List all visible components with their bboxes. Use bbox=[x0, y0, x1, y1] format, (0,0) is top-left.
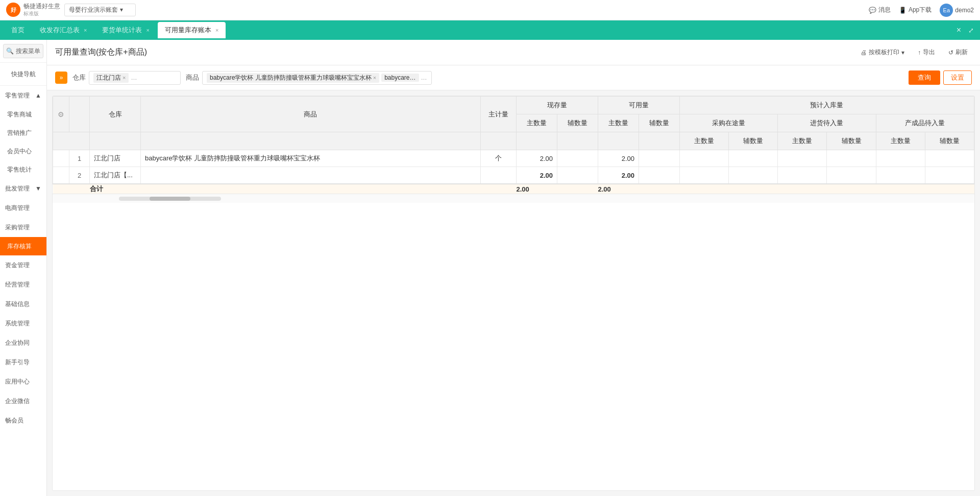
sidebar-section-header-wechat[interactable]: 企业微信 bbox=[0, 391, 46, 411]
col-pur-main-sub: 主数量 bbox=[679, 132, 728, 150]
top-bar-right: 💬 消息 📱 App下载 Ea demo2 bbox=[869, 4, 974, 17]
sidebar-section-header-system[interactable]: 系统管理 bbox=[0, 314, 46, 333]
logo-text: 畅捷通好生意 bbox=[23, 3, 60, 10]
col-goods-aux-sub: 辅数量 bbox=[827, 132, 876, 150]
avatar: Ea bbox=[940, 4, 953, 17]
product-tag-1: babycare学饮杯 儿童防摔防撞吸管杯重力球吸嘴杯宝宝水杯 × bbox=[207, 73, 379, 83]
maximize-btn[interactable]: ⤢ bbox=[966, 26, 976, 35]
summary-rest bbox=[639, 184, 974, 194]
tab-home[interactable]: 首页 bbox=[4, 22, 32, 38]
industry-selector[interactable]: 母婴行业演示账套 ▾ bbox=[64, 4, 136, 16]
empty-av-aux-sub bbox=[639, 132, 679, 150]
col-current-main-header: 主数量 bbox=[516, 114, 557, 132]
row1-cur-aux bbox=[557, 150, 598, 167]
sidebar-section-header-enterprise[interactable]: 企业协同 bbox=[0, 333, 46, 352]
sidebar: 🔍 搜索菜单 快捷导航 零售管理 ▲ 零售商城 营销推广 会员中心 bbox=[0, 40, 47, 496]
sidebar-item-retail-mall[interactable]: 零售商城 bbox=[0, 105, 46, 124]
sidebar-section-header-apps[interactable]: 应用中心 bbox=[0, 372, 46, 391]
sidebar-item-retail-stats[interactable]: 零售统计 bbox=[0, 160, 46, 179]
row1-av-main: 2.00 bbox=[598, 150, 639, 167]
top-bar-left: 好 畅捷通好生意 标准版 母婴行业演示账套 ▾ bbox=[6, 3, 136, 17]
summary-row: 合计 2.00 2.00 bbox=[53, 184, 974, 194]
warehouse-more[interactable]: … bbox=[131, 74, 137, 81]
col-purchase-transit-header: 采购在途量 bbox=[679, 114, 777, 132]
col-mainunit-header: 主计量 bbox=[480, 97, 516, 132]
sidebar-section-header-purchase[interactable]: 采购管理 bbox=[0, 218, 46, 237]
row2-av-main: 2.00 bbox=[598, 167, 639, 184]
chevron-down-icon: ▾ bbox=[901, 49, 904, 56]
tab-receivables-summary[interactable]: 收发存汇总表 × bbox=[33, 22, 94, 38]
row2-prod-aux bbox=[925, 167, 974, 184]
filter-actions: 查询 设置 bbox=[909, 70, 972, 85]
warehouse-label: 仓库 bbox=[72, 73, 86, 82]
sidebar-section-header-zero-retail[interactable]: 零售管理 ▲ bbox=[0, 86, 46, 105]
col-avail-main-header: 主数量 bbox=[598, 114, 639, 132]
app-download-btn[interactable]: 📱 App下载 bbox=[899, 6, 932, 14]
sidebar-item-marketing[interactable]: 营销推广 bbox=[0, 124, 46, 142]
print-btn[interactable]: 🖨 按模板打印 ▾ bbox=[856, 46, 909, 59]
sidebar-section-purchase: 采购管理 bbox=[0, 218, 46, 237]
sidebar-section-enterprise: 企业协同 bbox=[0, 333, 46, 352]
warehouse-tag-close[interactable]: × bbox=[122, 75, 126, 81]
tab-close-1[interactable]: × bbox=[146, 27, 149, 33]
sidebar-section-wholesale: 批发管理 ▼ bbox=[0, 179, 46, 198]
sidebar-section-operation: 经营管理 bbox=[0, 275, 46, 294]
row1-prod-main bbox=[876, 150, 925, 167]
sidebar-section-header-finance[interactable]: 资金管理 bbox=[0, 255, 46, 275]
gear-icon[interactable]: ⚙ bbox=[58, 110, 64, 119]
sidebar-item-members[interactable]: 会员中心 bbox=[0, 142, 46, 160]
col-rownum-header bbox=[69, 97, 90, 132]
horizontal-scrollbar-track[interactable] bbox=[119, 197, 221, 201]
summary-cur-main: 2.00 bbox=[516, 184, 557, 194]
product-tag-1-close[interactable]: × bbox=[373, 75, 376, 81]
sidebar-item-quick-nav[interactable]: 快捷导航 bbox=[0, 65, 46, 83]
filter-expand-btn[interactable]: » bbox=[55, 72, 67, 84]
sidebar-item-inventory[interactable]: 库存核算 bbox=[0, 237, 46, 255]
product-input[interactable]: babycare学饮杯 儿童防摔防撞吸管杯重力球吸嘴杯宝宝水杯 × babyca… bbox=[202, 71, 432, 85]
product-more[interactable]: … bbox=[421, 74, 427, 81]
search-menu-btn[interactable]: 🔍 搜索菜单 bbox=[3, 44, 43, 58]
row2-prod-main bbox=[876, 167, 925, 184]
tab-order-stats[interactable]: 要货单统计表 × bbox=[95, 22, 156, 38]
row1-product: babycare学饮杯 儿童防摔防撞吸管杯重力球吸嘴杯宝宝水杯 bbox=[141, 150, 481, 167]
refresh-btn[interactable]: ↺ 刷新 bbox=[944, 46, 972, 59]
row1-goods-aux bbox=[827, 150, 876, 167]
settings-button[interactable]: 设置 bbox=[943, 70, 972, 85]
sidebar-section-header-ecommerce[interactable]: 电商管理 bbox=[0, 198, 46, 218]
app-icon: 📱 bbox=[899, 7, 906, 14]
horizontal-scrollbar-thumb[interactable] bbox=[150, 197, 190, 201]
export-icon: ↑ bbox=[918, 49, 921, 56]
sidebar-section-header-basic[interactable]: 基础信息 bbox=[0, 294, 46, 314]
export-btn[interactable]: ↑ 导出 bbox=[914, 46, 939, 59]
row1-warehouse: 江北门店 bbox=[90, 150, 141, 167]
chevron-down-icon: ▼ bbox=[35, 185, 41, 192]
row2-warehouse: 江北门店【... bbox=[90, 167, 141, 184]
warehouse-input[interactable]: 江北门店 × … bbox=[89, 71, 181, 85]
print-icon: 🖨 bbox=[861, 49, 867, 56]
logo-icon: 好 bbox=[6, 3, 20, 17]
product-label: 商品 bbox=[186, 73, 199, 82]
row1-pur-main bbox=[679, 150, 728, 167]
row2-av-aux bbox=[639, 167, 679, 184]
empty-cur-main-sub bbox=[516, 132, 557, 150]
message-btn[interactable]: 💬 消息 bbox=[869, 6, 891, 14]
sidebar-section-header-newbie[interactable]: 新手引导 bbox=[0, 352, 46, 372]
user-menu[interactable]: Ea demo2 bbox=[940, 4, 974, 17]
tab-available-inventory[interactable]: 可用量库存账本 × bbox=[158, 22, 226, 38]
search-icon: 🔍 bbox=[6, 48, 14, 55]
sidebar-section-header-operation[interactable]: 经营管理 bbox=[0, 275, 46, 294]
sidebar-section-header-member[interactable]: 畅会员 bbox=[0, 411, 46, 430]
tab-close-0[interactable]: × bbox=[84, 27, 87, 33]
close-all-tabs-btn[interactable]: × bbox=[954, 25, 963, 36]
empty-av-main-sub bbox=[598, 132, 639, 150]
logo-area: 好 畅捷通好生意 标准版 bbox=[6, 3, 60, 17]
row1-prod-aux bbox=[925, 150, 974, 167]
row2-pur-aux bbox=[729, 167, 778, 184]
page-title: 可用量查询(按仓库+商品) bbox=[55, 47, 147, 58]
query-button[interactable]: 查询 bbox=[909, 70, 940, 85]
product-tag-2: babycare… bbox=[381, 74, 419, 82]
tab-close-2[interactable]: × bbox=[215, 27, 218, 33]
row2-goods-main bbox=[778, 167, 827, 184]
sidebar-section-header-wholesale[interactable]: 批发管理 ▼ bbox=[0, 179, 46, 198]
nav-tabs-bar: 首页 收发存汇总表 × 要货单统计表 × 可用量库存账本 × × ⤢ bbox=[0, 20, 980, 40]
